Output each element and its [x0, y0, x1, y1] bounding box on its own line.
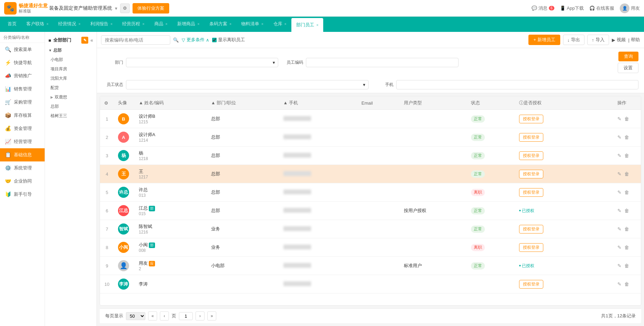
dept-select[interactable]: ▾ — [126, 58, 278, 67]
tab-customer[interactable]: 客户联络 × — [21, 17, 53, 32]
close-icon[interactable]: × — [110, 22, 112, 26]
authorize-btn[interactable]: 授权登录 — [519, 151, 543, 160]
close-icon[interactable]: × — [284, 22, 287, 26]
tab-warehouse[interactable]: 仓库 × — [269, 17, 291, 32]
more-conditions-btn[interactable]: ▽ 更多条件 ∧ — [182, 37, 209, 43]
delete-btn[interactable]: 🗑 — [624, 281, 629, 287]
dept-edit-btn[interactable]: ✎ — [81, 37, 88, 44]
collapse-icon[interactable]: « — [90, 37, 93, 43]
tree-item-library[interactable]: 项目库房 — [45, 64, 97, 74]
tab-home[interactable]: 首页 — [3, 17, 21, 32]
tree-item-shenyang[interactable]: 沈阳大库 — [45, 74, 97, 83]
tab-bom[interactable]: 物料清单 × — [236, 17, 268, 32]
authorize-btn[interactable]: 授权登录 — [519, 188, 543, 197]
search-button[interactable]: 🔍 — [173, 37, 179, 43]
close-icon[interactable]: × — [142, 22, 144, 26]
authorize-btn[interactable]: 授权登录 — [519, 280, 543, 289]
emp-status-select[interactable]: ▾ — [126, 80, 369, 89]
sidebar-item-sales[interactable]: 📊 销售管理 — [0, 82, 45, 96]
dropdown-arrow-icon[interactable]: ▾ — [115, 6, 117, 11]
last-page-btn[interactable]: » — [207, 311, 216, 320]
gear-button[interactable]: ⚙ — [120, 3, 130, 13]
close-icon[interactable]: × — [261, 22, 263, 26]
delete-btn[interactable]: 🗑 — [624, 226, 629, 232]
page-size-select[interactable]: 50 20 100 — [126, 312, 145, 320]
tree-item-zhishu[interactable]: 植树王三 — [45, 111, 97, 121]
prev-page-btn[interactable]: ‹ — [160, 311, 169, 320]
search-input[interactable] — [101, 35, 170, 45]
show-resigned-toggle[interactable]: 显示离职员工 — [212, 37, 245, 43]
sidebar-item-finance[interactable]: 💰 资金管理 — [0, 122, 45, 135]
delete-btn[interactable]: 🗑 — [624, 190, 629, 195]
add-employee-btn[interactable]: + 新增员工 — [528, 35, 560, 45]
show-resigned-checkbox[interactable] — [212, 38, 217, 42]
tree-group-head[interactable]: ▼ 总部 — [45, 46, 97, 55]
close-icon[interactable]: × — [165, 22, 167, 26]
tab-barcode[interactable]: 条码方案 × — [205, 17, 236, 32]
first-page-btn[interactable]: « — [148, 311, 157, 320]
settings-btn[interactable]: 设置 — [618, 63, 638, 73]
sidebar-item-purchase[interactable]: 🛒 采购管理 — [0, 96, 45, 109]
tab-goods[interactable]: 商品 × — [149, 17, 172, 32]
sidebar-item-operation-mgmt[interactable]: 📈 经营管理 — [0, 135, 45, 148]
tab-profit[interactable]: 利润报告 × — [85, 17, 117, 32]
edit-btn[interactable]: ✎ — [617, 190, 622, 195]
edit-btn[interactable]: ✎ — [617, 263, 622, 268]
sidebar-item-marketing[interactable]: 📣 营销推广 — [0, 69, 45, 82]
edit-btn[interactable]: ✎ — [617, 116, 622, 122]
th-auth[interactable]: ⓘ是否授权 — [515, 96, 586, 110]
delete-btn[interactable]: 🗑 — [624, 116, 629, 122]
close-icon[interactable]: × — [46, 22, 48, 26]
phone-input[interactable] — [396, 80, 639, 89]
edit-btn[interactable]: ✎ — [617, 134, 622, 140]
import-btn[interactable]: ↑ 导入 — [587, 35, 609, 45]
trial-button[interactable]: 体验行业方案 — [133, 3, 169, 14]
th-dept[interactable]: ▲ 部门/职位 — [207, 96, 279, 110]
th-name[interactable]: ▲ 姓名/编码 — [135, 96, 207, 110]
emp-code-input[interactable] — [306, 58, 458, 67]
user-btn[interactable]: 👤 用友 — [620, 3, 640, 13]
tab-history[interactable]: 经营历程 × — [117, 17, 149, 32]
help-btn[interactable]: | 帮助 — [628, 37, 640, 43]
authorize-btn[interactable]: 授权登录 — [519, 243, 543, 252]
delete-btn[interactable]: 🗑 — [624, 171, 629, 177]
close-icon[interactable]: × — [316, 23, 318, 27]
tab-new-goods[interactable]: 新增商品 × — [172, 17, 204, 32]
delete-btn[interactable]: 🗑 — [624, 263, 629, 268]
edit-btn[interactable]: ✎ — [617, 171, 622, 177]
edit-btn[interactable]: ✎ — [617, 208, 622, 213]
online-service-btn[interactable]: 🎧 在线客服 — [589, 5, 614, 11]
authorize-btn[interactable]: 授权登录 — [519, 115, 543, 123]
delete-btn[interactable]: 🗑 — [624, 245, 629, 250]
edit-btn[interactable]: ✎ — [617, 226, 622, 232]
tree-item-shuanglu[interactable]: ▶ 双鹿想 — [45, 92, 97, 102]
tab-operation[interactable]: 经营情况 × — [53, 17, 85, 32]
th-settings[interactable]: ⚙ — [100, 96, 114, 110]
edit-btn[interactable]: ✎ — [617, 281, 622, 287]
sidebar-item-basic-info[interactable]: 📋 基础信息 — [0, 148, 45, 161]
sidebar-item-collab[interactable]: 🤝 企业协同 — [0, 175, 45, 188]
sidebar-item-system[interactable]: ⚙️ 系统管理 — [0, 161, 45, 175]
sidebar-search-input[interactable] — [3, 35, 45, 40]
sidebar-item-search[interactable]: 🔍 搜索菜单 — [0, 43, 45, 56]
sidebar-item-guide[interactable]: 🔰 新手引导 — [0, 188, 45, 201]
tab-employees[interactable]: 部门员工 × — [291, 18, 323, 32]
delete-btn[interactable]: 🗑 — [624, 134, 629, 140]
th-phone[interactable]: ▲ 手机 — [279, 96, 357, 110]
tree-item-zongbu[interactable]: 总部 — [45, 102, 97, 111]
view-btn[interactable]: ▶ 视频 — [612, 37, 626, 43]
page-number-input[interactable] — [179, 312, 193, 320]
close-icon[interactable]: × — [78, 22, 80, 26]
close-icon[interactable]: × — [197, 22, 199, 26]
app-download-btn[interactable]: 📱 App下载 — [560, 5, 584, 11]
close-icon[interactable]: × — [229, 22, 232, 26]
message-btn[interactable]: 💬 消息 6 — [532, 5, 554, 11]
next-page-btn[interactable]: › — [196, 311, 205, 320]
sidebar-item-inventory[interactable]: 📦 库存核算 — [0, 109, 45, 122]
sidebar-item-quick-nav[interactable]: ⚡ 快捷导航 — [0, 56, 45, 69]
tree-item-xiaodianzbu[interactable]: 小电部 — [45, 55, 97, 64]
edit-btn[interactable]: ✎ — [617, 153, 622, 158]
authorize-btn[interactable]: 授权登录 — [519, 225, 543, 234]
dept-tree-title[interactable]: 全部部门 — [53, 37, 79, 43]
tree-item-peiho[interactable]: 配货 — [45, 83, 97, 92]
